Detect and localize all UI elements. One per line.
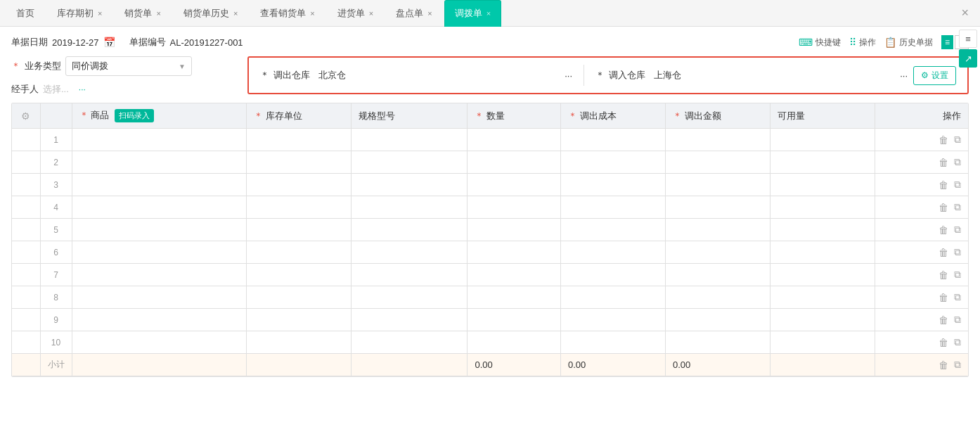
row-delete-icon[interactable]: 🗑 bbox=[939, 179, 948, 191]
row-delete-icon[interactable]: 🗑 bbox=[939, 134, 948, 146]
row-product-cell[interactable] bbox=[72, 151, 246, 174]
row-spec-cell[interactable] bbox=[351, 286, 468, 309]
row-qty-cell[interactable] bbox=[468, 264, 560, 286]
in-warehouse-dots-btn[interactable]: ··· bbox=[900, 70, 908, 81]
tab-sales-order-close[interactable]: × bbox=[156, 9, 160, 18]
warehouse-settings-btn[interactable]: ⚙ 设置 bbox=[913, 66, 956, 85]
row-copy-icon[interactable]: ⧉ bbox=[954, 336, 961, 348]
row-spec-cell[interactable] bbox=[351, 331, 468, 354]
handler-placeholder[interactable]: 选择... bbox=[43, 83, 69, 96]
row-unit-cell[interactable] bbox=[246, 286, 351, 309]
panel-list-btn[interactable]: ≡ bbox=[959, 30, 977, 48]
row-spec-cell[interactable] bbox=[351, 129, 468, 151]
tab-view-sales[interactable]: 查看销货单 × bbox=[250, 0, 325, 27]
tab-sales-order[interactable]: 销货单 × bbox=[114, 0, 171, 27]
row-product-cell[interactable] bbox=[72, 174, 246, 196]
row-qty-cell[interactable] bbox=[468, 151, 560, 174]
row-cost-cell[interactable] bbox=[560, 309, 665, 331]
row-product-cell[interactable] bbox=[72, 219, 246, 241]
row-amount-cell[interactable] bbox=[665, 129, 770, 151]
row-copy-icon[interactable]: ⧉ bbox=[954, 291, 961, 303]
row-product-cell[interactable] bbox=[72, 129, 246, 151]
row-amount-cell[interactable] bbox=[665, 241, 770, 264]
scan-entry-btn[interactable]: 扫码录入 bbox=[115, 109, 154, 122]
row-avail-cell[interactable] bbox=[770, 151, 875, 174]
row-delete-icon[interactable]: 🗑 bbox=[939, 292, 948, 303]
row-spec-cell[interactable] bbox=[351, 174, 468, 196]
tab-transfer-order-close[interactable]: × bbox=[486, 9, 491, 18]
row-qty-cell[interactable] bbox=[468, 196, 560, 219]
row-cost-cell[interactable] bbox=[560, 219, 665, 241]
row-delete-icon[interactable]: 🗑 bbox=[939, 224, 948, 236]
row-unit-cell[interactable] bbox=[246, 219, 351, 241]
row-avail-cell[interactable] bbox=[770, 196, 875, 219]
biz-type-select[interactable]: 同价调拨 ▼ bbox=[65, 56, 192, 76]
row-avail-cell[interactable] bbox=[770, 174, 875, 196]
tab-sales-history-close[interactable]: × bbox=[233, 9, 238, 18]
row-cost-cell[interactable] bbox=[560, 286, 665, 309]
row-unit-cell[interactable] bbox=[246, 264, 351, 286]
tab-inventory-count[interactable]: 盘点单 × bbox=[385, 0, 442, 27]
row-delete-icon[interactable]: 🗑 bbox=[939, 337, 948, 348]
row-delete-icon[interactable]: 🗑 bbox=[939, 314, 948, 326]
row-spec-cell[interactable] bbox=[351, 309, 468, 331]
tab-home[interactable]: 首页 bbox=[6, 0, 45, 27]
grid-view-list-btn[interactable]: ≡ bbox=[941, 35, 953, 49]
row-cost-cell[interactable] bbox=[560, 174, 665, 196]
tab-inventory-init[interactable]: 库存期初 × bbox=[46, 0, 112, 27]
row-cost-cell[interactable] bbox=[560, 129, 665, 151]
tab-purchase-order-close[interactable]: × bbox=[369, 9, 373, 18]
row-spec-cell[interactable] bbox=[351, 264, 468, 286]
row-amount-cell[interactable] bbox=[665, 309, 770, 331]
row-avail-cell[interactable] bbox=[770, 129, 875, 151]
subtotal-delete-icon[interactable]: 🗑 bbox=[939, 359, 948, 371]
tab-bar-close-btn[interactable]: × bbox=[955, 6, 974, 20]
row-qty-cell[interactable] bbox=[468, 309, 560, 331]
row-copy-icon[interactable]: ⧉ bbox=[954, 314, 961, 326]
row-copy-icon[interactable]: ⧉ bbox=[954, 134, 961, 146]
row-cost-cell[interactable] bbox=[560, 196, 665, 219]
row-unit-cell[interactable] bbox=[246, 129, 351, 151]
row-avail-cell[interactable] bbox=[770, 286, 875, 309]
row-amount-cell[interactable] bbox=[665, 151, 770, 174]
row-copy-icon[interactable]: ⧉ bbox=[954, 246, 961, 258]
row-spec-cell[interactable] bbox=[351, 219, 468, 241]
row-avail-cell[interactable] bbox=[770, 219, 875, 241]
operations-btn[interactable]: ⠿ 操作 bbox=[849, 37, 876, 49]
row-spec-cell[interactable] bbox=[351, 151, 468, 174]
row-unit-cell[interactable] bbox=[246, 309, 351, 331]
tab-purchase-order[interactable]: 进货单 × bbox=[327, 0, 384, 27]
row-copy-icon[interactable]: ⧉ bbox=[954, 156, 961, 168]
row-qty-cell[interactable] bbox=[468, 174, 560, 196]
row-unit-cell[interactable] bbox=[246, 241, 351, 264]
row-product-cell[interactable] bbox=[72, 286, 246, 309]
row-product-cell[interactable] bbox=[72, 331, 246, 354]
row-cost-cell[interactable] bbox=[560, 264, 665, 286]
tab-sales-history[interactable]: 销货单历史 × bbox=[173, 0, 248, 27]
subtotal-copy-icon[interactable]: ⧉ bbox=[954, 359, 961, 371]
row-delete-icon[interactable]: 🗑 bbox=[939, 247, 948, 258]
row-delete-icon[interactable]: 🗑 bbox=[939, 269, 948, 281]
row-amount-cell[interactable] bbox=[665, 286, 770, 309]
history-btn[interactable]: 📋 历史单据 bbox=[884, 37, 933, 49]
row-qty-cell[interactable] bbox=[468, 129, 560, 151]
row-qty-cell[interactable] bbox=[468, 286, 560, 309]
row-avail-cell[interactable] bbox=[770, 241, 875, 264]
row-qty-cell[interactable] bbox=[468, 331, 560, 354]
row-avail-cell[interactable] bbox=[770, 309, 875, 331]
shortcuts-btn[interactable]: ⌨ 快捷键 bbox=[799, 37, 841, 49]
row-unit-cell[interactable] bbox=[246, 151, 351, 174]
row-product-cell[interactable] bbox=[72, 241, 246, 264]
row-amount-cell[interactable] bbox=[665, 331, 770, 354]
panel-export-btn[interactable]: ↗ bbox=[959, 49, 977, 68]
row-unit-cell[interactable] bbox=[246, 196, 351, 219]
out-warehouse-dots-btn[interactable]: ··· bbox=[565, 70, 572, 81]
handler-dots-btn[interactable]: ··· bbox=[79, 84, 86, 94]
row-cost-cell[interactable] bbox=[560, 241, 665, 264]
row-cost-cell[interactable] bbox=[560, 331, 665, 354]
tab-view-sales-close[interactable]: × bbox=[310, 9, 314, 18]
row-cost-cell[interactable] bbox=[560, 151, 665, 174]
row-copy-icon[interactable]: ⧉ bbox=[954, 179, 961, 191]
row-avail-cell[interactable] bbox=[770, 264, 875, 286]
row-amount-cell[interactable] bbox=[665, 219, 770, 241]
